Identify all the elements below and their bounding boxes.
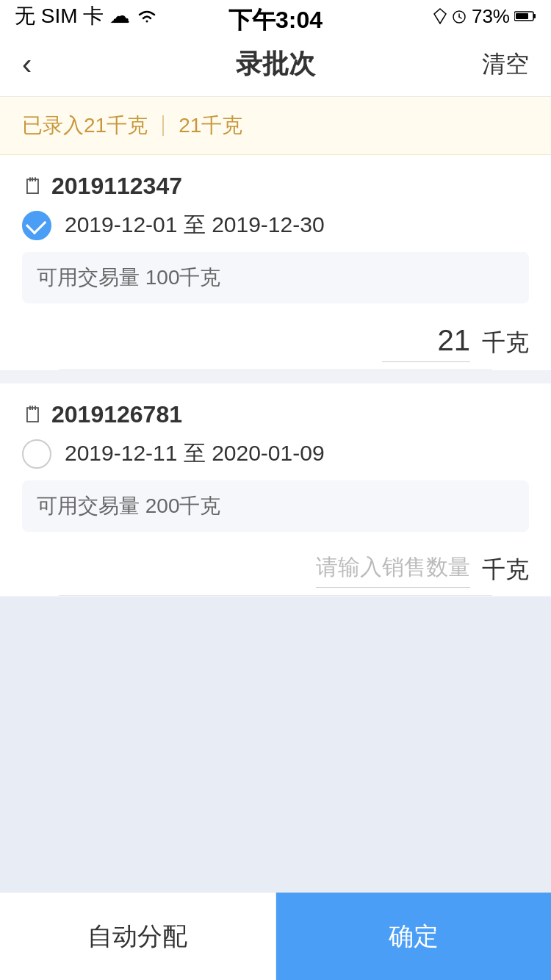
location-icon — [433, 8, 447, 24]
quantity-row-1: 21 千克 — [0, 311, 551, 370]
batch-id-icon-1: 🗒 — [22, 174, 44, 199]
quantity-display-1: 21 — [382, 324, 470, 362]
batch-header-2: 🗒 2019126781 — [0, 383, 551, 436]
page-title: 录批次 — [236, 46, 315, 82]
batch-availability-2: 可用交易量 200千克 — [22, 480, 529, 532]
svg-line-2 — [459, 17, 461, 18]
card-divider-1 — [59, 370, 492, 370]
wifi-icon — [136, 8, 158, 24]
alarm-icon — [451, 8, 467, 24]
radio-button-2[interactable] — [22, 439, 51, 469]
batch-id-icon-2: 🗒 — [22, 403, 44, 428]
battery-percent: 73% — [472, 5, 510, 28]
batch-availability-1: 可用交易量 100千克 — [22, 252, 529, 303]
input-unit-2: 千克 — [482, 554, 529, 586]
confirm-button[interactable]: 确定 — [276, 893, 552, 980]
sim-label: 无 SIM 卡 ☁ — [15, 2, 130, 30]
svg-rect-5 — [516, 13, 528, 19]
section-divider — [0, 372, 551, 383]
batch-card-1: 🗒 2019112347 2019-12-01 至 2019-12-30 可用交… — [0, 155, 551, 370]
quantity-value-1: 21 — [438, 324, 471, 356]
status-right: 73% — [433, 5, 536, 28]
bottom-bar: 自动分配 确定 — [0, 892, 551, 980]
batch-date-2: 2019-12-11 至 2020-01-09 — [65, 439, 325, 469]
batch-date-1: 2019-12-01 至 2019-12-30 — [65, 210, 325, 240]
back-button[interactable]: ‹ — [22, 48, 66, 81]
batch-id-1: 2019112347 — [51, 173, 182, 200]
status-left: 无 SIM 卡 ☁ — [15, 2, 158, 30]
batch-row-1[interactable]: 2019-12-01 至 2019-12-30 — [0, 207, 551, 248]
batch-card-2: 🗒 2019126781 2019-12-11 至 2020-01-09 可用交… — [0, 383, 551, 596]
batch-id-2: 2019126781 — [51, 401, 182, 428]
clear-button[interactable]: 清空 — [482, 48, 529, 81]
recorded-value: 21千克 — [179, 112, 242, 140]
svg-rect-4 — [533, 14, 536, 18]
radio-button-1[interactable] — [22, 211, 51, 240]
status-bar: 无 SIM 卡 ☁ 下午3:04 73% — [0, 0, 551, 32]
input-placeholder-2: 请输入销售数量 — [316, 555, 470, 579]
quantity-input-2[interactable]: 请输入销售数量 — [316, 552, 470, 588]
banner-divider — [162, 115, 164, 136]
batch-header-1: 🗒 2019112347 — [0, 155, 551, 207]
batch-row-2[interactable]: 2019-12-11 至 2020-01-09 — [0, 436, 551, 476]
quantity-unit-1: 千克 — [482, 327, 529, 359]
auto-distribute-button[interactable]: 自动分配 — [0, 893, 276, 980]
input-row-2: 请输入销售数量 千克 — [0, 539, 551, 595]
battery-icon — [514, 10, 536, 22]
card-divider-2 — [59, 595, 492, 596]
content-wrapper: 已录入21千克 21千克 🗒 2019112347 2019-12-01 至 2… — [0, 97, 551, 980]
nav-bar: ‹ 录批次 清空 — [0, 32, 551, 97]
info-banner: 已录入21千克 21千克 — [0, 97, 551, 155]
recorded-label: 已录入21千克 — [22, 112, 148, 140]
